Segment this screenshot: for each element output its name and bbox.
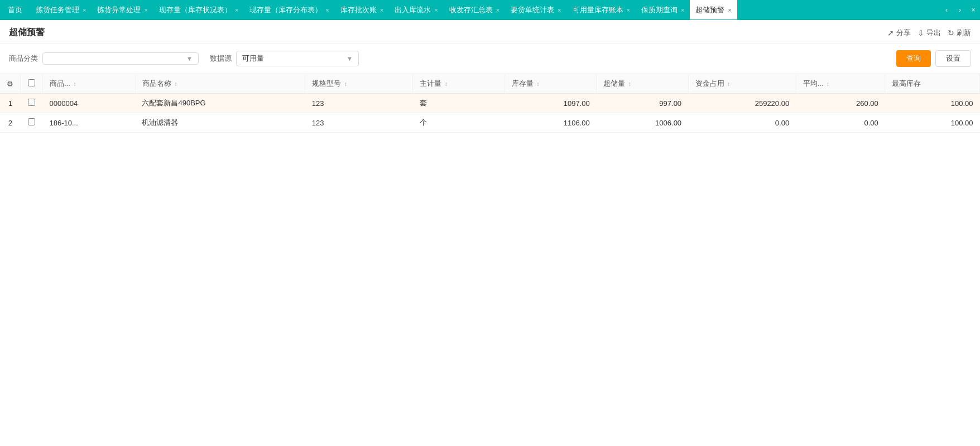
table-row: 1 0000004 六配套新昌490BPG 123 套 1097.00 997.… — [0, 94, 980, 113]
row-spec: 123 — [305, 94, 413, 113]
row-unit: 个 — [413, 113, 505, 133]
row-index: 1 — [0, 94, 21, 113]
tab-close-icon-8[interactable]: × — [627, 7, 630, 13]
datasource-value: 可用量 — [242, 54, 264, 64]
datasource-label: 数据源 — [210, 54, 232, 64]
select-all-checkbox[interactable] — [28, 79, 35, 86]
nav-tab-4[interactable]: 库存批次账 × — [335, 0, 389, 20]
category-filter: 商品分类 ▼ — [9, 52, 199, 65]
nav-prev-button[interactable]: ‹ — [940, 0, 953, 20]
nav-tab-7[interactable]: 要货单统计表 × — [505, 0, 566, 20]
share-icon: ➚ — [887, 28, 894, 37]
th-checkbox[interactable] — [21, 74, 43, 94]
row-unit: 套 — [413, 94, 505, 113]
row-checkbox-1[interactable] — [28, 118, 35, 125]
nav-tab-2[interactable]: 现存量（库存状况表） × — [153, 0, 244, 20]
row-name: 六配套新昌490BPG — [135, 94, 305, 113]
row-avg: 0.00 — [796, 113, 885, 133]
nav-arrows: ‹ › × — [940, 0, 980, 20]
row-capital: 0.00 — [688, 113, 796, 133]
filter-actions: 查询 设置 — [896, 50, 971, 67]
export-label: 导出 — [926, 28, 941, 38]
page-header: 超储预警 ➚ 分享 ⇩ 导出 ↻ 刷新 — [0, 20, 980, 43]
row-name: 机油滤清器 — [135, 113, 305, 133]
share-label: 分享 — [896, 28, 911, 38]
datasource-chevron-icon: ▼ — [347, 55, 353, 62]
refresh-label: 刷新 — [957, 28, 971, 38]
tab-close-icon-0[interactable]: × — [83, 7, 86, 13]
row-checkbox-cell[interactable] — [21, 113, 43, 133]
th-overstock[interactable]: 超储量 ↕ — [597, 74, 688, 94]
table-container: ⚙ 商品... ↕ 商品名称 ↕ 规格型号 ↕ 主计量 ↕ 库存量 ↕ 超储量 … — [0, 74, 980, 133]
th-capital[interactable]: 资金占用 ↕ — [688, 74, 796, 94]
row-stock: 1106.00 — [505, 113, 596, 133]
top-navigation: 首页 拣货任务管理 ×拣货异常处理 ×现存量（库存状况表） ×现存量（库存分布表… — [0, 0, 980, 20]
nav-tab-3[interactable]: 现存量（库存分布表） × — [244, 0, 334, 20]
table-header-row: ⚙ 商品... ↕ 商品名称 ↕ 规格型号 ↕ 主计量 ↕ 库存量 ↕ 超储量 … — [0, 74, 980, 94]
nav-tab-0[interactable]: 拣货任务管理 × — [30, 0, 92, 20]
row-stock: 1097.00 — [505, 94, 596, 113]
settings-button[interactable]: 设置 — [935, 50, 971, 67]
tab-close-icon-7[interactable]: × — [558, 7, 561, 13]
tab-close-icon-3[interactable]: × — [325, 7, 329, 13]
query-button[interactable]: 查询 — [896, 50, 931, 67]
category-chevron-icon: ▼ — [186, 55, 193, 62]
category-label: 商品分类 — [9, 54, 38, 64]
row-overstock: 997.00 — [597, 94, 688, 113]
filter-bar: 商品分类 ▼ 数据源 可用量 ▼ 查询 设置 — [0, 43, 980, 74]
column-settings-icon[interactable]: ⚙ — [0, 74, 21, 94]
row-index: 2 — [0, 113, 21, 133]
nav-next-button[interactable]: › — [953, 0, 967, 20]
header-actions: ➚ 分享 ⇩ 导出 ↻ 刷新 — [887, 28, 971, 38]
datasource-select[interactable]: 可用量 ▼ — [236, 51, 359, 66]
export-button[interactable]: ⇩ 导出 — [917, 28, 941, 38]
tab-close-icon-1[interactable]: × — [144, 7, 147, 13]
category-select[interactable]: ▼ — [42, 52, 199, 65]
th-max-stock: 最高库存 — [885, 74, 980, 94]
page-container: 超储预警 ➚ 分享 ⇩ 导出 ↻ 刷新 商品分类 ▼ 数据源 — [0, 20, 980, 446]
nav-tab-9[interactable]: 保质期查询 × — [636, 0, 690, 20]
nav-tab-1[interactable]: 拣货异常处理 × — [92, 0, 153, 20]
home-tab[interactable]: 首页 — [0, 0, 30, 20]
row-capital: 259220.00 — [688, 94, 796, 113]
table-row: 2 186-10... 机油滤清器 123 个 1106.00 1006.00 … — [0, 113, 980, 133]
row-checkbox-0[interactable] — [28, 99, 35, 106]
row-code: 186-10... — [43, 113, 136, 133]
tab-close-icon-2[interactable]: × — [235, 7, 238, 13]
th-spec[interactable]: 规格型号 ↕ — [305, 74, 413, 94]
datasource-filter: 数据源 可用量 ▼ — [210, 51, 359, 66]
row-max-stock: 100.00 — [885, 94, 980, 113]
row-code: 0000004 — [43, 94, 136, 113]
row-checkbox-cell[interactable] — [21, 94, 43, 113]
export-icon: ⇩ — [917, 28, 924, 37]
refresh-icon: ↻ — [948, 28, 954, 37]
nav-tab-6[interactable]: 收发存汇总表 × — [444, 0, 505, 20]
th-code[interactable]: 商品... ↕ — [43, 74, 136, 94]
th-stock[interactable]: 库存量 ↕ — [505, 74, 596, 94]
tab-close-icon-4[interactable]: × — [380, 7, 383, 13]
row-avg: 260.00 — [796, 94, 885, 113]
th-avg[interactable]: 平均... ↕ — [796, 74, 885, 94]
nav-tab-5[interactable]: 出入库流水 × — [389, 0, 443, 20]
row-overstock: 1006.00 — [597, 113, 688, 133]
tab-close-icon-9[interactable]: × — [681, 7, 684, 13]
row-spec: 123 — [305, 113, 413, 133]
nav-close-button[interactable]: × — [967, 0, 980, 20]
share-button[interactable]: ➚ 分享 — [887, 28, 911, 38]
refresh-button[interactable]: ↻ 刷新 — [948, 28, 971, 38]
th-unit[interactable]: 主计量 ↕ — [413, 74, 505, 94]
nav-tab-8[interactable]: 可用量库存账本 × — [567, 0, 636, 20]
th-name[interactable]: 商品名称 ↕ — [135, 74, 305, 94]
nav-tab-10[interactable]: 超储预警 × — [690, 0, 737, 20]
tab-close-icon-10[interactable]: × — [728, 7, 731, 13]
row-max-stock: 100.00 — [885, 113, 980, 133]
data-table: ⚙ 商品... ↕ 商品名称 ↕ 规格型号 ↕ 主计量 ↕ 库存量 ↕ 超储量 … — [0, 74, 980, 133]
page-title: 超储预警 — [9, 27, 45, 38]
tab-close-icon-6[interactable]: × — [496, 7, 499, 13]
tab-close-icon-5[interactable]: × — [434, 7, 438, 13]
